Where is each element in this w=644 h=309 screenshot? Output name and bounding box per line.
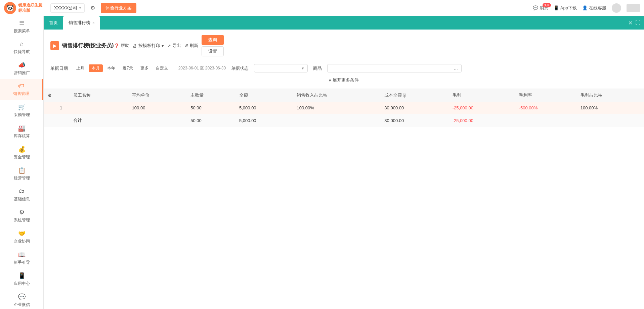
cell-cost-total: 30,000.00	[380, 102, 448, 114]
footer-gross-profit: -25,000.00	[448, 114, 515, 127]
table-area: ⚙ 员工名称 平均单价 主数量 全额 销售收入占比% 成本全额 i 毛利 毛利率	[44, 89, 644, 309]
tab-close-icon[interactable]: ×	[92, 21, 94, 25]
user-name-placeholder	[627, 4, 640, 12]
tab-home-label: 首页	[49, 20, 58, 26]
expand-more-button[interactable]: ▾ 展开更多条件	[329, 76, 359, 85]
sidebar-item-label: 销售管理	[13, 91, 29, 97]
date-btn-this-month[interactable]: 本月	[89, 64, 103, 72]
th-gross-profit: 毛利	[448, 89, 515, 102]
th-employee: 员工名称	[69, 89, 128, 102]
sidebar-item-search-order[interactable]: ☰ 搜索菜单	[0, 16, 43, 37]
trial-button[interactable]: 体验行业方案	[101, 3, 136, 13]
cost-info-icon[interactable]: i	[403, 93, 406, 98]
footer-gross-ratio	[576, 114, 644, 127]
tab-close-window-icon[interactable]: ✕	[628, 20, 633, 26]
top-settings-icon[interactable]: ⚙	[87, 3, 98, 13]
app-download-label: App下载	[560, 5, 577, 11]
sidebar-item-marketing[interactable]: 📣 营销推广	[0, 58, 43, 79]
filter-area: 单据日期 上月 本月 本年 近7天 更多 自定义 2023-06-01 至 20…	[44, 60, 644, 89]
sidebar-item-purchase-mgmt[interactable]: 🛒 采购管理	[0, 100, 43, 121]
page-content: ▶ 销售排行榜(按业务员) ❓ 帮助 🖨 按模板打印 ▾	[44, 30, 644, 309]
data-table: ⚙ 员工名称 平均单价 主数量 全额 销售收入占比% 成本全额 i 毛利 毛利率	[44, 89, 644, 127]
query-button[interactable]: 查询	[202, 35, 224, 45]
content-area: 首页 销售排行榜 × ✕ ⛶ ▶ 销售排行榜(按业务员)	[44, 16, 644, 309]
main-area: ☰ 搜索菜单 ⌂ 快捷导航 📣 营销推广 🏷 销售管理 🛒 采购管理 🏭 库	[0, 16, 644, 309]
date-btn-custom[interactable]: 自定义	[153, 64, 171, 72]
cell-settings	[44, 102, 56, 114]
tab-bar: 首页 销售排行榜 × ✕ ⛶	[44, 16, 644, 30]
cell-gross-ratio: 100.00%	[576, 102, 644, 114]
settings-button[interactable]: 设置	[202, 46, 224, 56]
cell-employee	[69, 102, 128, 114]
date-btn-7days[interactable]: 近7天	[120, 64, 136, 72]
sidebar-item-app-center[interactable]: 📱 应用中心	[0, 269, 43, 290]
logo-area: 🐼 畅康通好生意 标准版	[4, 2, 48, 14]
purchase-icon: 🛒	[18, 103, 26, 111]
footer-avg-price	[128, 114, 187, 127]
footer-main-qty: 50.00	[186, 114, 235, 127]
top-bar: 🐼 畅康通好生意 标准版 XXXXX公司 ▾ ⚙ 体验行业方案 💬 消息 99+…	[0, 0, 644, 16]
wechat-icon: 💬	[18, 293, 26, 301]
top-right-area: 💬 消息 99+ 📱 App下载 👤 在线客服	[533, 3, 640, 13]
goods-input[interactable]: …	[327, 64, 462, 72]
template-print-button[interactable]: 🖨 按模板打印 ▾	[133, 43, 164, 49]
status-select[interactable]: ▾	[254, 64, 308, 72]
service-icon: 👤	[582, 5, 588, 10]
help-button[interactable]: ❓ 帮助	[114, 43, 129, 49]
sidebar-item-sales-mgmt[interactable]: 🏷 销售管理	[0, 79, 43, 100]
th-settings[interactable]: ⚙	[44, 89, 56, 102]
sidebar-item-guide[interactable]: 📖 新手引导	[0, 248, 43, 269]
user-avatar[interactable]	[612, 3, 621, 13]
sidebar-item-label: 应用中心	[14, 281, 30, 287]
page-nav-icon[interactable]: ▶	[50, 41, 59, 50]
phone-icon: 📱	[554, 5, 559, 10]
sidebar: ☰ 搜索菜单 ⌂ 快捷导航 📣 营销推广 🏷 销售管理 🛒 采购管理 🏭 库	[0, 16, 44, 309]
sidebar-item-quick-nav[interactable]: ⌂ 快捷导航	[0, 37, 43, 58]
date-btn-this-year[interactable]: 本年	[104, 64, 118, 72]
sidebar-item-label: 企业微信	[14, 302, 30, 308]
page-title: 销售排行榜(按业务员)	[62, 42, 114, 49]
refresh-button[interactable]: ↺ 刷新	[184, 43, 198, 49]
tab-sales-label: 销售排行榜	[69, 20, 90, 26]
home-icon: ⌂	[20, 41, 24, 48]
notification-button[interactable]: 💬 消息 99+	[533, 5, 548, 11]
date-btn-more[interactable]: 更多	[137, 64, 152, 72]
company-selector[interactable]: XXXXX公司 ▾	[50, 3, 85, 13]
date-label: 单据日期	[50, 65, 68, 71]
guide-icon: 📖	[18, 251, 26, 258]
sidebar-item-label: 营销推广	[14, 70, 30, 76]
tab-home[interactable]: 首页	[44, 16, 63, 30]
online-service-button[interactable]: 👤 在线客服	[582, 5, 606, 11]
th-avg-price: 平均单价	[128, 89, 187, 102]
sidebar-item-sys-mgmt[interactable]: ⚙ 系统管理	[0, 205, 43, 226]
app-download-button[interactable]: 📱 App下载	[554, 5, 577, 11]
export-button[interactable]: ↗ 导出	[167, 43, 181, 49]
tab-maximize-icon[interactable]: ⛶	[635, 20, 641, 26]
sidebar-item-fund-mgmt[interactable]: 💰 资金管理	[0, 142, 43, 163]
tab-sales-ranking[interactable]: 销售排行榜 ×	[63, 16, 100, 30]
sidebar-item-basic-info[interactable]: 🗂 基础信息	[0, 185, 43, 205]
date-buttons: 上月 本月 本年 近7天 更多 自定义	[73, 64, 171, 72]
sales-icon: 🏷	[18, 83, 24, 90]
sidebar-item-inventory[interactable]: 🏭 库存核算	[0, 121, 43, 142]
basic-info-icon: 🗂	[19, 188, 25, 195]
sidebar-item-label: 经营管理	[14, 175, 30, 181]
marketing-icon: 📣	[18, 61, 26, 69]
goods-more-icon: …	[454, 66, 458, 71]
app-center-icon: 📱	[18, 272, 26, 279]
sidebar-item-ops-mgmt[interactable]: 📋 经营管理	[0, 163, 43, 185]
expand-icon: ▾	[329, 78, 331, 83]
export-icon: ↗	[167, 43, 171, 48]
footer-total: 5,000.00	[235, 114, 293, 127]
date-btn-last-month[interactable]: 上月	[73, 64, 87, 72]
help-icon: ❓	[114, 43, 119, 48]
sidebar-item-enterprise-collab[interactable]: 🤝 企业协同	[0, 226, 43, 248]
sidebar-item-label: 快捷导航	[14, 49, 30, 55]
refresh-icon: ↺	[184, 43, 188, 48]
sidebar-item-label: 采购管理	[14, 112, 30, 118]
sidebar-item-enterprise-wechat[interactable]: 💬 企业微信	[0, 290, 43, 309]
sidebar-item-label: 新手引导	[14, 260, 30, 265]
sys-icon: ⚙	[19, 209, 25, 216]
page-actions: ❓ 帮助 🖨 按模板打印 ▾ ↗ 导出 ↺	[114, 35, 224, 56]
th-gross-rate: 毛利率	[515, 89, 576, 102]
